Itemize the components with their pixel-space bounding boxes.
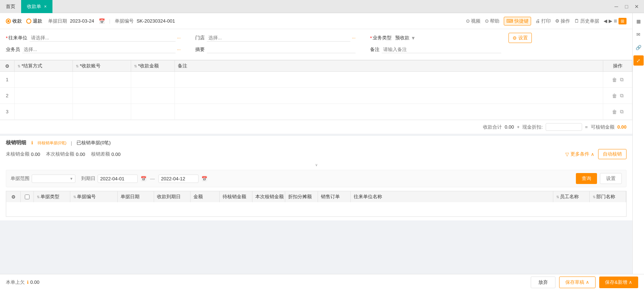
side-expand-icon[interactable]: ⤢ bbox=[633, 55, 644, 66]
row2-remark[interactable] bbox=[175, 88, 603, 103]
save-new-label: 保存&新增 bbox=[605, 279, 627, 286]
save-draft-button[interactable]: 保存草稿 ∧ bbox=[559, 277, 596, 288]
row3-account[interactable] bbox=[73, 104, 131, 119]
calendar-to-icon[interactable]: 📅 bbox=[201, 176, 207, 181]
calendar-from-icon[interactable]: 📅 bbox=[141, 176, 146, 181]
sub-th-pending: 待核销金额 bbox=[220, 191, 252, 202]
party-input[interactable] bbox=[30, 34, 176, 42]
minimize-button[interactable]: ─ bbox=[612, 2, 621, 11]
recon-info-icon[interactable]: ℹ bbox=[31, 140, 33, 145]
print-action[interactable]: 🖨 打印 bbox=[535, 18, 551, 24]
side-panel: ▦ ✉ 🔗 ⤢ bbox=[632, 13, 644, 290]
stat-info-icon[interactable]: ℹ bbox=[27, 280, 29, 285]
radio-refund[interactable]: 退款 bbox=[26, 18, 42, 24]
row1-settlement[interactable] bbox=[15, 72, 73, 87]
biz-dropdown-icon[interactable]: ▼ bbox=[411, 35, 416, 41]
salesperson-field: 业务员 ··· bbox=[6, 46, 181, 53]
party-ellipsis[interactable]: ··· bbox=[177, 35, 181, 40]
row3-copy-icon[interactable]: ⧉ bbox=[620, 109, 624, 115]
auto-recon-button[interactable]: 自动核销 bbox=[598, 149, 627, 159]
sub-th-pending-label: 待核销金额 bbox=[223, 193, 246, 200]
query-button[interactable]: 查询 bbox=[576, 173, 597, 184]
remark-label: 备注 bbox=[370, 46, 380, 53]
close-button[interactable]: ✕ bbox=[632, 2, 641, 11]
num-sort-icon[interactable]: ⇅ bbox=[73, 195, 76, 199]
abandon-button[interactable]: 放弃 bbox=[531, 277, 555, 288]
prev-icon[interactable]: ◀ bbox=[604, 18, 607, 24]
chevron-down-icon[interactable]: ∨ bbox=[315, 163, 318, 167]
row3-settlement[interactable] bbox=[15, 104, 73, 119]
side-mail-icon[interactable]: ✉ bbox=[633, 29, 644, 39]
radio-receipt[interactable]: 收款 bbox=[6, 18, 22, 24]
remark-input[interactable] bbox=[382, 46, 501, 53]
side-link-icon[interactable]: 🔗 bbox=[633, 42, 644, 52]
diff-label: 核销差额 bbox=[91, 151, 110, 157]
recon-stats-row: 未核销金额 0.00 本次核销金额 0.00 核销差额 0.00 ▽ 更多条件 … bbox=[6, 149, 627, 159]
next-icon[interactable]: ▶ bbox=[609, 18, 612, 24]
table-header: ⚙ ⇅ *结算方式 ⇅ *收款账号 ⇅ *收款金额 备注 操作 bbox=[0, 60, 632, 72]
select-all-checkbox[interactable] bbox=[25, 195, 30, 199]
save-new-button[interactable]: 保存&新增 ∧ bbox=[599, 277, 638, 288]
row3-amount[interactable] bbox=[131, 104, 175, 119]
discount-input[interactable] bbox=[546, 123, 582, 131]
date-from-input[interactable] bbox=[98, 175, 138, 183]
row2-amount[interactable] bbox=[131, 88, 175, 103]
summary-input[interactable] bbox=[207, 46, 356, 53]
filter-settings-button[interactable]: 设置 bbox=[600, 173, 622, 184]
settings-button[interactable]: ⚙ 设置 bbox=[508, 33, 532, 43]
dept-sort-icon[interactable]: ⇅ bbox=[593, 195, 596, 199]
sub-table-empty bbox=[6, 202, 627, 217]
video-action[interactable]: ⊙ 视频 bbox=[466, 18, 480, 24]
maximize-button[interactable]: □ bbox=[622, 2, 631, 11]
row2-copy-icon[interactable]: ⧉ bbox=[620, 93, 624, 99]
help-action[interactable]: ⊙ 帮助 bbox=[485, 18, 499, 24]
bottom-buttons: 放弃 保存草稿 ∧ 保存&新增 ∧ bbox=[531, 277, 638, 288]
sort-icon3[interactable]: ⇅ bbox=[134, 64, 137, 68]
summary-row: 收款合计 0.00 + 现金折扣: = 可核销金额 0.00 bbox=[0, 120, 632, 134]
more-filter-btn[interactable]: ▽ 更多条件 ∧ bbox=[565, 151, 594, 157]
pending-tab[interactable]: 待核销单据(0笔) bbox=[38, 140, 66, 146]
salesperson-input[interactable] bbox=[22, 46, 176, 53]
party-field: * 往来单位 ··· bbox=[6, 34, 181, 42]
row3-remark[interactable] bbox=[175, 104, 603, 119]
row2-settlement[interactable] bbox=[15, 88, 73, 103]
th-gear[interactable]: ⚙ bbox=[0, 60, 15, 71]
row1-delete-icon[interactable]: 🗑 bbox=[612, 77, 617, 83]
list-icon[interactable]: ≡ bbox=[614, 18, 617, 24]
type-sort-icon[interactable]: ⇅ bbox=[37, 195, 40, 199]
done-tab[interactable]: 已核销单据(0笔) bbox=[76, 140, 111, 146]
emp-sort-icon[interactable]: ⇅ bbox=[556, 195, 559, 199]
row1-account[interactable] bbox=[73, 72, 131, 87]
store-input[interactable] bbox=[207, 34, 350, 42]
expand-icon: ⤢ bbox=[636, 58, 640, 63]
table-icon: ▦ bbox=[636, 19, 641, 24]
th-account-label: *收款账号 bbox=[80, 63, 101, 69]
settings-label: 设置 bbox=[518, 35, 528, 41]
row1-action: 🗑 ⧉ bbox=[603, 72, 632, 87]
tab-close-icon[interactable]: × bbox=[44, 4, 47, 9]
grid-icon[interactable]: ⊞ bbox=[619, 18, 627, 24]
shortcut-action[interactable]: ⌨ 快捷键 bbox=[504, 17, 531, 26]
sub-th-num-label: 单据编号 bbox=[77, 193, 96, 200]
side-table-icon[interactable]: ▦ bbox=[633, 16, 644, 26]
sort-icon2[interactable]: ⇅ bbox=[76, 64, 79, 68]
date-to-input[interactable] bbox=[158, 175, 199, 183]
salesperson-ellipsis[interactable]: ··· bbox=[177, 47, 181, 52]
row1-copy-icon[interactable]: ⧉ bbox=[620, 77, 624, 83]
sort-icon[interactable]: ⇅ bbox=[17, 64, 20, 68]
range-select[interactable] bbox=[32, 175, 75, 183]
history-action[interactable]: 🗒 历史单据 bbox=[574, 18, 599, 24]
row1-remark[interactable] bbox=[175, 72, 603, 87]
row2-account[interactable] bbox=[73, 88, 131, 103]
operation-action[interactable]: ⚙ 操作 bbox=[555, 18, 570, 24]
row3-delete-icon[interactable]: 🗑 bbox=[612, 109, 617, 115]
row2-delete-icon[interactable]: 🗑 bbox=[612, 93, 617, 99]
store-ellipsis[interactable]: ··· bbox=[352, 35, 356, 40]
tab-receipt[interactable]: 收款单 × bbox=[21, 0, 52, 13]
calendar-icon[interactable]: 📅 bbox=[99, 18, 105, 24]
sub-th-gear[interactable]: ⚙ bbox=[6, 191, 21, 202]
th-remark: 备注 bbox=[175, 60, 603, 71]
recon-header: 核销明细 ℹ 待核销单据(0笔) | 已核销单据(0笔) bbox=[6, 140, 627, 146]
row1-amount[interactable] bbox=[131, 72, 175, 87]
tab-home[interactable]: 首页 bbox=[0, 0, 21, 13]
